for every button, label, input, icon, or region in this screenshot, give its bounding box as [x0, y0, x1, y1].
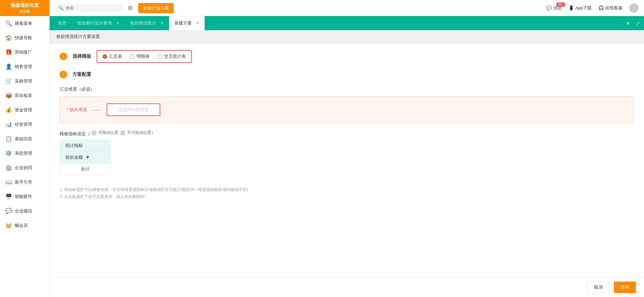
- tab-label-3: 新建方案: [174, 20, 192, 26]
- sidebar-label-8: 基础信息: [15, 136, 32, 142]
- radio-cross[interactable]: [158, 54, 162, 59]
- tab-0[interactable]: 首页: [52, 16, 72, 30]
- sidebar-label-11: 新手引导: [15, 179, 32, 185]
- option-detail-label: 明细表: [137, 53, 150, 59]
- sidebar-icon-6: 💰: [5, 107, 12, 113]
- option-cross[interactable]: 交叉统计表: [158, 53, 186, 59]
- sidebar-icon-0: 🔍: [5, 20, 12, 27]
- option-summary-label: 汇总表: [109, 53, 122, 59]
- sidebar-label-5: 库存核算: [15, 93, 32, 99]
- step1-row: 1 选择模板 汇总表 明细表 交叉统计表: [60, 50, 634, 63]
- indicator-section: 模板指标设定（ 可拖动位置 不可拖动位置） 统计指标: [60, 130, 634, 176]
- tabbar-actions: ✕ ⤢: [625, 19, 641, 28]
- query-button[interactable]: 查询: [614, 282, 636, 293]
- indicator-section-title: 模板指标设定（ 可拖动位置 不可拖动位置）: [60, 130, 634, 137]
- sidebar-icon-3: 👤: [5, 63, 12, 70]
- tab-close-1[interactable]: ✕: [116, 21, 119, 26]
- dimension-section-title: 汇总维度（必选）: [60, 86, 634, 92]
- tips-section: 1. 拖动标题栏可以调整布局，不可跨维度或指标区域拖动栏目字段(只能在同一维度或…: [60, 186, 634, 201]
- sidebar-item-6[interactable]: 💰资金管理: [0, 103, 49, 117]
- logo-sub: 标准版: [20, 9, 30, 14]
- dimension-select[interactable]: 请选择分组维度: [107, 103, 160, 116]
- indicator-total-row: 合计: [60, 163, 110, 175]
- option-detail[interactable]: 明细表: [130, 53, 150, 59]
- tab-close-3[interactable]: ✕: [196, 21, 199, 26]
- step2-label: 方案配置: [72, 71, 91, 78]
- search-icon: 🔍: [58, 5, 64, 10]
- dimension-area: * 纵向维度 —— 请选择分组维度: [60, 96, 634, 123]
- tab-1[interactable]: 现金银行流水查询✕: [72, 16, 125, 30]
- config-section: 汇总维度（必选） * 纵向维度 —— 请选择分组维度 模板指标设定（ 可拖动位: [60, 86, 634, 201]
- tabbar: 首页现金银行流水查询✕收款情况统计✕新建方案✕ ✕ ⤢: [50, 16, 644, 30]
- gear-icon[interactable]: ⚙: [127, 4, 133, 12]
- search-input[interactable]: [66, 6, 116, 10]
- download-button[interactable]: 📱 App下载: [569, 5, 592, 11]
- topbar: 🔍 ⚙ 体验行业方案 💬 消息 99+ 📱 App下载 🎧 在线客服: [50, 0, 644, 16]
- sidebar-item-14[interactable]: 👑畅会员: [0, 218, 49, 233]
- sidebar-item-9[interactable]: ⚙️系统管理: [0, 146, 49, 160]
- dimension-label: * 纵向维度: [67, 107, 87, 113]
- sidebar-item-1[interactable]: 🏠快捷导航: [0, 31, 49, 45]
- legend-non-draggable-label: 不可拖动位置）: [127, 130, 155, 136]
- sidebar-logo: 畅捷通好生意 标准版: [0, 0, 49, 16]
- sidebar-icon-5: 📦: [5, 92, 12, 99]
- sidebar-label-7: 经营管理: [15, 121, 32, 128]
- sidebar-item-13[interactable]: 💬企业微信: [0, 204, 49, 218]
- service-button[interactable]: 🎧 在线客服: [598, 5, 623, 11]
- sidebar-icon-4: 🛒: [5, 78, 12, 84]
- sidebar-item-11[interactable]: 📖新手引导: [0, 175, 49, 189]
- indicator-header-label: 统计指标: [65, 143, 83, 149]
- sidebar-item-4[interactable]: 🛒采购管理: [0, 74, 49, 88]
- message-icon: 💬: [546, 5, 552, 10]
- tab-label-0: 首页: [58, 20, 66, 26]
- message-button[interactable]: 💬 消息 99+: [546, 5, 562, 11]
- sidebar-item-10[interactable]: 🏢企业协同: [0, 160, 49, 175]
- sidebar-item-7[interactable]: 📊经营管理: [0, 117, 49, 132]
- tab-3[interactable]: 新建方案✕: [169, 16, 205, 30]
- search-box[interactable]: 🔍: [55, 4, 122, 12]
- sidebar-item-8[interactable]: 📋基础信息: [0, 132, 49, 146]
- legend-draggable-label: 可拖动位置: [98, 130, 118, 136]
- sidebar-label-12: 智能硬件: [15, 194, 32, 200]
- sidebar-item-2[interactable]: 🎁营销推广: [0, 45, 49, 59]
- main-content: 🔍 ⚙ 体验行业方案 💬 消息 99+ 📱 App下载 🎧 在线客服 首页现金银…: [50, 0, 644, 297]
- form-section: 1 选择模板 汇总表 明细表 交叉统计表: [50, 43, 644, 277]
- sidebar-item-3[interactable]: 👤销售管理: [0, 59, 49, 74]
- sidebar-icon-2: 🎁: [5, 49, 12, 55]
- sidebar-item-0[interactable]: 🔍搜索菜单: [0, 16, 49, 31]
- option-summary[interactable]: 汇总表: [103, 53, 122, 59]
- template-options: 汇总表 明细表 交叉统计表: [97, 50, 192, 63]
- sidebar-label-2: 营销推广: [15, 49, 32, 55]
- maximize-icon[interactable]: ⤢: [634, 19, 641, 28]
- sidebar-icon-12: 🖥️: [5, 193, 12, 200]
- sidebar-item-12[interactable]: 🖥️智能硬件: [0, 189, 49, 204]
- tab-close-2[interactable]: ✕: [160, 21, 164, 26]
- step1-badge: 1: [60, 53, 67, 60]
- trial-button[interactable]: 体验行业方案: [138, 3, 174, 13]
- user-avatar[interactable]: [629, 3, 639, 13]
- service-icon: 🎧: [598, 5, 604, 10]
- cancel-button[interactable]: 取消: [587, 282, 610, 293]
- close-all-icon[interactable]: ✕: [625, 19, 632, 28]
- indicator-sub-label: 收款金额: [65, 154, 83, 160]
- indicator-sub-header[interactable]: 收款金额 ▼: [60, 152, 110, 163]
- dropdown-icon: ▼: [86, 155, 90, 160]
- download-icon: 📱: [569, 5, 574, 10]
- sidebar-icon-14: 👑: [5, 222, 12, 229]
- radio-detail[interactable]: [130, 54, 135, 59]
- sidebar-icon-7: 📊: [5, 121, 12, 128]
- tab-2[interactable]: 收款情况统计✕: [125, 16, 169, 30]
- sidebar-icon-11: 📖: [5, 179, 12, 185]
- content-area: 收款情况统计方案设置 1 选择模板 汇总表 明细表: [50, 30, 644, 277]
- tab-label-1: 现金银行流水查询: [77, 20, 112, 26]
- sidebar-label-0: 搜索菜单: [15, 20, 32, 27]
- legend-draggable-dot: [92, 131, 96, 135]
- sidebar-label-9: 系统管理: [15, 150, 32, 156]
- radio-summary[interactable]: [103, 54, 107, 59]
- legend-non-draggable-dot: [120, 131, 125, 135]
- sidebar-icon-8: 📋: [5, 136, 12, 142]
- sidebar-item-5[interactable]: 📦库存核算: [0, 88, 49, 103]
- step1-label: 选择模板: [72, 53, 91, 59]
- step2-row: 2 方案配置: [60, 71, 634, 78]
- tip-0: 1. 拖动标题栏可以调整布局，不可跨维度或指标区域拖动栏目字段(只能在同一维度或…: [60, 186, 634, 194]
